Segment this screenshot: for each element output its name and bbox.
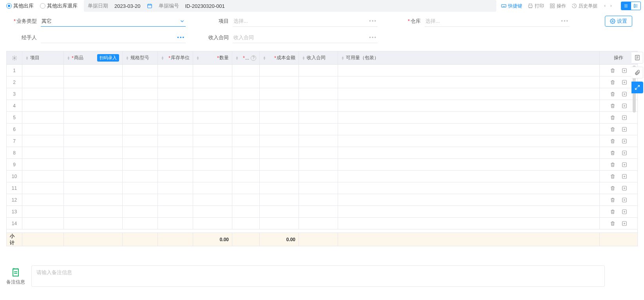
th-product[interactable]: ▲▼ *商品 扫码录入 xyxy=(64,51,123,64)
cell-trunc[interactable] xyxy=(232,147,260,158)
delete-row-button[interactable] xyxy=(610,150,615,156)
cell-income-contract[interactable] xyxy=(299,206,338,217)
cell-available[interactable] xyxy=(338,147,600,158)
cell-stock-unit[interactable] xyxy=(158,65,193,76)
table-row[interactable]: 5 xyxy=(7,112,637,124)
table-row[interactable]: 12 xyxy=(7,194,637,206)
cell-spec[interactable] xyxy=(123,76,158,88)
cell-product[interactable] xyxy=(64,65,123,76)
prev-doc-button[interactable] xyxy=(603,4,607,8)
cell-income-contract[interactable] xyxy=(299,147,338,158)
cell-product[interactable] xyxy=(64,159,123,170)
cell-income-contract[interactable] xyxy=(299,218,338,229)
cell-product[interactable] xyxy=(64,135,123,147)
cell-stock-unit[interactable] xyxy=(158,147,193,158)
cell-product[interactable] xyxy=(64,147,123,158)
cell-income-contract[interactable] xyxy=(299,194,338,205)
cell-stock-unit[interactable] xyxy=(158,182,193,194)
cell-income-contract[interactable] xyxy=(299,76,338,88)
table-row[interactable]: 3 xyxy=(7,88,637,100)
cell-product[interactable] xyxy=(64,76,123,88)
th-income-contract[interactable]: ▲▼ 收入合同 xyxy=(299,51,338,64)
column-settings-button[interactable] xyxy=(7,51,22,64)
cell-quantity[interactable] xyxy=(193,206,232,217)
cell-spec[interactable] xyxy=(123,171,158,182)
cell-project[interactable] xyxy=(22,194,64,205)
cell-product[interactable] xyxy=(64,182,123,194)
cell-income-contract[interactable] xyxy=(299,112,338,123)
cell-trunc[interactable] xyxy=(232,65,260,76)
cell-stock-unit[interactable] xyxy=(158,171,193,182)
delete-row-button[interactable] xyxy=(610,103,615,109)
table-row[interactable]: 11 xyxy=(7,182,637,194)
add-row-button[interactable] xyxy=(622,162,627,167)
delete-row-button[interactable] xyxy=(610,80,615,85)
cell-trunc[interactable] xyxy=(232,88,260,100)
cell-quantity[interactable] xyxy=(193,194,232,205)
operate-button[interactable]: 操作 xyxy=(550,3,566,9)
add-row-button[interactable] xyxy=(622,185,627,191)
calendar-icon[interactable] xyxy=(147,3,152,9)
cell-cost[interactable] xyxy=(260,147,299,158)
cell-available[interactable] xyxy=(338,65,600,76)
cell-project[interactable] xyxy=(22,171,64,182)
cell-cost[interactable] xyxy=(260,135,299,147)
cell-stock-unit[interactable] xyxy=(158,135,193,147)
rail-expand-button[interactable] xyxy=(631,82,643,93)
business-type-select[interactable]: 其它 xyxy=(41,16,186,27)
cell-available[interactable] xyxy=(338,100,600,111)
add-row-button[interactable] xyxy=(622,221,627,226)
tab-other-outbound-return[interactable]: 其他出库退库 xyxy=(40,2,78,9)
th-quantity[interactable]: ▲▼ *数量 xyxy=(193,51,232,64)
cell-project[interactable] xyxy=(22,135,64,147)
cell-trunc[interactable] xyxy=(232,135,260,147)
settings-button[interactable]: 设置 xyxy=(605,16,632,27)
add-row-button[interactable] xyxy=(622,138,627,144)
cell-spec[interactable] xyxy=(123,147,158,158)
cell-stock-unit[interactable] xyxy=(158,218,193,229)
cell-stock-unit[interactable] xyxy=(158,124,193,135)
delete-row-button[interactable] xyxy=(610,138,615,144)
cell-stock-unit[interactable] xyxy=(158,88,193,100)
cell-spec[interactable] xyxy=(123,88,158,100)
table-row[interactable]: 14 xyxy=(7,218,637,229)
cell-income-contract[interactable] xyxy=(299,88,338,100)
table-row[interactable]: 13 xyxy=(7,206,637,218)
cell-spec[interactable] xyxy=(123,182,158,194)
cell-trunc[interactable] xyxy=(232,124,260,135)
cell-quantity[interactable] xyxy=(193,171,232,182)
cell-quantity[interactable] xyxy=(193,218,232,229)
add-row-button[interactable] xyxy=(622,115,627,120)
cell-cost[interactable] xyxy=(260,194,299,205)
add-row-button[interactable] xyxy=(622,68,627,73)
add-row-button[interactable] xyxy=(622,197,627,203)
cell-spec[interactable] xyxy=(123,112,158,123)
cell-project[interactable] xyxy=(22,112,64,123)
warehouse-picker[interactable]: 选择... ••• xyxy=(425,16,570,27)
th-project[interactable]: ▲▼ 项目 xyxy=(22,51,64,64)
cell-trunc[interactable] xyxy=(232,76,260,88)
income-contract-picker[interactable]: 收入合同 ••• xyxy=(233,32,378,43)
cell-spec[interactable] xyxy=(123,124,158,135)
cell-spec[interactable] xyxy=(123,218,158,229)
cell-product[interactable] xyxy=(64,88,123,100)
cell-cost[interactable] xyxy=(260,182,299,194)
cell-spec[interactable] xyxy=(123,100,158,111)
delete-row-button[interactable] xyxy=(610,162,615,167)
cell-quantity[interactable] xyxy=(193,76,232,88)
cell-project[interactable] xyxy=(22,88,64,100)
delete-row-button[interactable] xyxy=(610,209,615,215)
cell-quantity[interactable] xyxy=(193,124,232,135)
delete-row-button[interactable] xyxy=(610,115,615,120)
delete-row-button[interactable] xyxy=(610,197,615,203)
add-row-button[interactable] xyxy=(622,150,627,156)
cell-trunc[interactable] xyxy=(232,100,260,111)
cell-cost[interactable] xyxy=(260,206,299,217)
cell-quantity[interactable] xyxy=(193,159,232,170)
cell-cost[interactable] xyxy=(260,76,299,88)
cell-available[interactable] xyxy=(338,88,600,100)
cell-cost[interactable] xyxy=(260,100,299,111)
delete-row-button[interactable] xyxy=(610,174,615,179)
cell-available[interactable] xyxy=(338,171,600,182)
tab-other-outbound[interactable]: 其他出库 xyxy=(6,2,34,9)
